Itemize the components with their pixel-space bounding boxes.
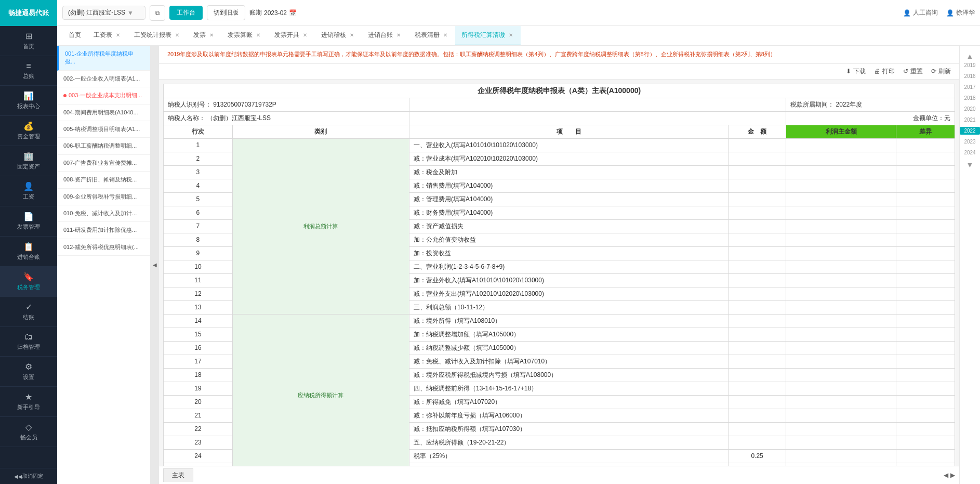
tab-sales-check-close[interactable]: ✕	[348, 32, 355, 39]
sidebar-pin-btn[interactable]: ◀◀ 取消固定	[0, 468, 57, 484]
timeline-year-2016[interactable]: 2016	[960, 72, 980, 80]
timeline-year-2020[interactable]: 2020	[960, 105, 980, 113]
form-item-001[interactable]: 001-企业所得税年度纳税申报...	[57, 46, 150, 71]
sidebar-item-ledger[interactable]: ≡ 总账	[0, 56, 57, 86]
timeline-down-arrow[interactable]: ▼	[965, 160, 975, 170]
sidebar-item-settings[interactable]: ⚙ 设置	[0, 357, 57, 387]
main-area: (勿删) 江西服宝-LSS ▼ ⧉ 工作台 切到旧版 账期 2023-02 📅 …	[57, 0, 980, 484]
tab-salary-stat[interactable]: 工资统计报表 ✕	[128, 26, 187, 46]
tab-sales-check[interactable]: 进销稽核 ✕	[315, 26, 362, 46]
tab-salary-stat-close[interactable]: ✕	[174, 32, 181, 39]
taxpayer-name-label: 纳税人名称：	[168, 114, 205, 122]
form-item-012[interactable]: 012-减免所得税优惠明细表(...	[57, 239, 150, 256]
timeline-year-2022[interactable]: 2022	[960, 127, 980, 135]
tab-invoice-calc[interactable]: 发票算账 ✕	[221, 26, 268, 46]
form-item-002[interactable]: 002-一般企业收入明细表(A1...	[57, 71, 150, 87]
sidebar-item-report[interactable]: 📊 报表中心	[0, 86, 57, 116]
print-btn[interactable]: 🖨 打印	[874, 67, 895, 76]
row-amount-1[interactable]	[729, 138, 786, 152]
sidebar-item-member[interactable]: ◇ 畅会员	[0, 417, 57, 447]
row-profit-1[interactable]	[786, 138, 896, 152]
reset-btn[interactable]: ↺ 重置	[903, 67, 923, 76]
download-btn[interactable]: ⬇ 下载	[846, 67, 866, 76]
sidebar-item-guide[interactable]: ★ 新手引导	[0, 387, 57, 417]
tab-home[interactable]: 首页	[62, 26, 87, 46]
tab-invoice-open[interactable]: 发票开具 ✕	[268, 26, 315, 46]
taxpayer-id-value: 91320500703719732P	[213, 101, 276, 108]
row-item-23: 五、应纳税所得额（19-20-21-22）	[409, 436, 729, 449]
prev-page-icon[interactable]: ◀	[944, 472, 948, 479]
fund-icon: 💰	[23, 121, 34, 131]
form-item-010[interactable]: 010-免税、减计收入及加计...	[57, 205, 150, 222]
timeline-year-2018[interactable]: 2018	[960, 94, 980, 102]
pin-label: 取消固定	[22, 473, 43, 480]
main-sheet-tab[interactable]: 主表	[163, 468, 193, 482]
timeline-year-2017[interactable]: 2017	[960, 83, 980, 91]
form-item-008[interactable]: 008-资产折旧、摊销及纳税...	[57, 172, 150, 188]
form-item-007[interactable]: 007-广告费和业务宣传费摊...	[57, 155, 150, 172]
sidebar-item-salary[interactable]: 👤 工资	[0, 176, 57, 206]
sidebar-item-tax[interactable]: 🔖 税务管理	[0, 267, 57, 297]
workspace-btn[interactable]: 工作台	[169, 6, 203, 20]
taxpayer-id-label: 纳税人识别号：	[168, 101, 211, 108]
tab-salary[interactable]: 工资表 ✕	[87, 26, 128, 46]
row-num: 11	[164, 273, 233, 287]
row-category-taxable: 应纳税所得额计算	[232, 314, 409, 466]
tab-invoice-open-close[interactable]: ✕	[301, 32, 309, 39]
tab-invoice-calc-close[interactable]: ✕	[255, 32, 262, 39]
row-item-15: 加：纳税调整增加额（填写A105000）	[409, 328, 729, 341]
sidebar-item-home[interactable]: ⊞ 首页	[0, 26, 57, 56]
switch-btn[interactable]: 切到旧版	[207, 5, 245, 20]
timeline-year-2024[interactable]: 2024	[960, 149, 980, 156]
form-item-006[interactable]: 006-职工薪酬纳税调整明细...	[57, 138, 150, 154]
form-item-003[interactable]: 003-一般企业成本支出明细...	[57, 87, 150, 104]
timeline-up-arrow[interactable]: ▲	[965, 51, 975, 61]
row-item-17: 减：免税、减计收入及加计扣除（填写A107010）	[409, 355, 729, 368]
row-diff-1[interactable]	[896, 138, 955, 152]
tab-invoice-close[interactable]: ✕	[208, 32, 215, 39]
info-row-1: 纳税人识别号： 91320500703719732P 税款所属期间： 2022年…	[164, 98, 955, 111]
sidebar-label-member: 畅会员	[20, 434, 37, 441]
tab-tax-clear[interactable]: 税表清册 ✕	[408, 26, 455, 46]
chevron-down-icon: ▼	[127, 9, 134, 17]
sidebar-item-archive[interactable]: 🗂 归档管理	[0, 327, 57, 357]
form-item-009[interactable]: 009-企业所得税补亏损明细...	[57, 189, 150, 205]
row-num: 6	[164, 206, 233, 219]
member-icon: ◇	[25, 422, 32, 432]
form-item-005[interactable]: 005-纳税调整项目明细表(A1...	[57, 121, 150, 138]
tab-invoice[interactable]: 发票 ✕	[187, 26, 221, 46]
row-item-18: 减：境外应税所得税抵减境内亏损（填写A108000）	[409, 368, 729, 382]
row-num: 8	[164, 233, 233, 246]
sidebar-item-invoice[interactable]: 📄 发票管理	[0, 206, 57, 237]
refresh-btn[interactable]: ⟳ 刷新	[931, 67, 951, 76]
panel-collapse-btn[interactable]: ◀	[151, 46, 159, 484]
timeline-year-2021[interactable]: 2021	[960, 116, 980, 124]
calendar-icon[interactable]: 📅	[289, 9, 297, 17]
timeline-year-2023[interactable]: 2023	[960, 138, 980, 146]
tab-income-tax-close[interactable]: ✕	[507, 32, 514, 39]
user-profile[interactable]: 👤 徐泽华	[946, 8, 975, 17]
row-item-12: 减：营业外支出(填写A102010\102020\103000)	[409, 287, 729, 300]
company-selector[interactable]: (勿删) 江西服宝-LSS ▼	[62, 6, 145, 20]
consult-btn[interactable]: 👤 人工咨询	[903, 8, 938, 17]
sidebar-item-asset[interactable]: 🏢 固定资产	[0, 146, 57, 176]
copy-btn[interactable]: ⧉	[150, 5, 165, 21]
taxpayer-name-info: 纳税人名称： （勿删）江西服宝-LSS	[164, 111, 409, 125]
form-item-011[interactable]: 011-研发费用加计扣除优惠...	[57, 222, 150, 239]
table-wrapper[interactable]: 企业所得税年度纳税申报表（A类）主表(A100000) 纳税人识别号： 9132…	[159, 80, 959, 466]
table-title: 企业所得税年度纳税申报表（A类）主表(A100000)	[164, 84, 955, 98]
tab-sales-ledger[interactable]: 进销台账 ✕	[362, 26, 408, 46]
timeline-year-2019[interactable]: 2019	[960, 61, 980, 69]
next-page-icon[interactable]: ▶	[950, 472, 955, 479]
sidebar-item-settlement[interactable]: ✓ 结账	[0, 297, 57, 327]
tab-tax-clear-close[interactable]: ✕	[442, 32, 449, 39]
sidebar-item-sales[interactable]: 📋 进销台账	[0, 237, 57, 267]
tab-invoice-calc-label: 发票算账	[228, 31, 253, 40]
tab-income-tax[interactable]: 所得税汇算清缴 ✕	[455, 26, 521, 46]
ledger-icon: ≡	[26, 61, 31, 71]
form-item-004[interactable]: 004-期间费用明细表(A1040...	[57, 104, 150, 121]
row-amount-24[interactable]: 0.25	[729, 449, 786, 463]
tab-salary-close[interactable]: ✕	[114, 32, 122, 39]
tab-sales-ledger-close[interactable]: ✕	[395, 32, 402, 39]
sidebar-item-fund[interactable]: 💰 资金管理	[0, 116, 57, 146]
